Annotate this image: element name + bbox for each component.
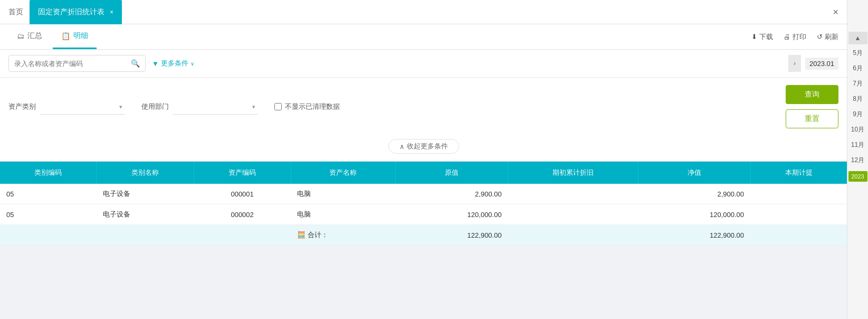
total-original-value: 122,900.00 xyxy=(396,225,508,246)
use-department-filter: 使用部门 xyxy=(141,99,257,115)
active-tab[interactable]: 固定资产折旧统计表 × xyxy=(30,0,122,24)
col-category-name: 类别名称 xyxy=(97,162,194,184)
asset-category-select-wrap xyxy=(40,99,125,115)
collapse-label: 收起更多条件 xyxy=(407,142,448,151)
toolbar-area: ⬇ 下载 🖨 打印 ↺ 刷新 xyxy=(751,32,838,42)
no-cleared-checkbox[interactable] xyxy=(274,103,282,110)
col-current-depreciation: 本期计提 xyxy=(750,162,847,184)
layers-icon: 🗂 xyxy=(17,32,24,40)
asset-category-select[interactable] xyxy=(40,99,125,115)
refresh-icon: ↺ xyxy=(817,33,823,41)
cell-current-depreciation xyxy=(750,204,847,225)
more-conditions-label: 更多条件 xyxy=(161,59,188,68)
cell-category-code: 05 xyxy=(0,184,97,204)
print-button[interactable]: 🖨 打印 xyxy=(784,32,806,42)
sub-tabs-bar: 🗂 汇总 📋 明细 ⬇ 下载 🖨 打印 ↺ 刷新 xyxy=(0,24,847,50)
tab-label: 固定资产折旧统计表 xyxy=(38,7,104,17)
table-row: 05 电子设备 000001 电脑 2,900.00 2,900.00 xyxy=(0,184,847,204)
use-department-label: 使用部门 xyxy=(141,102,169,111)
col-category-code: 类别编码 xyxy=(0,162,97,184)
col-cumulative-depreciation: 期初累计折旧 xyxy=(508,162,638,184)
sidebar-month-item[interactable]: 9月 xyxy=(848,107,867,122)
tab-summary[interactable]: 🗂 汇总 xyxy=(8,24,51,49)
use-department-select-wrap xyxy=(173,99,257,115)
query-button[interactable]: 查询 xyxy=(786,85,838,104)
reset-button[interactable]: 重置 xyxy=(786,109,838,128)
total-cumulative-depreciation xyxy=(508,225,638,246)
col-net-value: 净值 xyxy=(638,162,750,184)
total-row: 🧮合计： 122,900.00 122,900.00 xyxy=(0,225,847,246)
calculator-icon: 🧮 xyxy=(297,231,306,239)
sidebar-month-item[interactable]: 10月 xyxy=(848,122,867,137)
sidebar-up-button[interactable]: ▲ xyxy=(848,32,867,44)
no-cleared-label: 不显示已清理数据 xyxy=(285,102,340,111)
total-current-depreciation xyxy=(750,225,847,246)
chevron-up-icon: ∧ xyxy=(399,143,405,151)
total-label-cell xyxy=(0,225,291,246)
cell-category-name: 电子设备 xyxy=(97,204,194,225)
refresh-button[interactable]: ↺ 刷新 xyxy=(817,32,838,42)
more-conditions-button[interactable]: ▼ 更多条件 ∨ xyxy=(152,59,194,68)
expand-panel-button[interactable]: › xyxy=(788,55,801,72)
asset-category-filter: 资产类别 xyxy=(8,99,125,115)
print-label: 打印 xyxy=(793,32,806,42)
collapse-more-button[interactable]: ∧ 收起更多条件 xyxy=(388,139,459,154)
col-asset-name: 资产名称 xyxy=(291,162,395,184)
no-cleared-filter: 不显示已清理数据 xyxy=(274,102,340,111)
collapse-more-area: ∧ 收起更多条件 xyxy=(8,135,838,156)
tab-close-icon[interactable]: × xyxy=(110,8,113,16)
date-label: 2023.01 xyxy=(805,58,838,70)
cell-cumulative-depreciation xyxy=(508,204,638,225)
table-header-row: 类别编码 类别名称 资产编码 资产名称 原值 期初累计折旧 净值 本期计提 xyxy=(0,162,847,184)
download-icon: ⬇ xyxy=(751,33,757,41)
sidebar-month-item[interactable]: 8月 xyxy=(848,91,867,107)
search-icon: 🔍 xyxy=(131,59,140,68)
col-asset-code: 资产编码 xyxy=(194,162,291,184)
print-icon: 🖨 xyxy=(784,33,790,41)
cell-asset-name: 电脑 xyxy=(291,204,395,225)
cell-cumulative-depreciation xyxy=(508,184,638,204)
detail-icon: 📋 xyxy=(61,32,70,40)
data-table: 类别编码 类别名称 资产编码 资产名称 原值 期初累计折旧 净值 本期计提 05… xyxy=(0,162,847,246)
search-input-wrap: 🔍 xyxy=(8,55,146,72)
sidebar-month-item[interactable]: 12月 xyxy=(848,153,867,168)
top-nav: 首页 固定资产折旧统计表 × × xyxy=(0,0,847,24)
sub-tabs-left: 🗂 汇总 📋 明细 xyxy=(8,24,99,49)
sidebar-month-item[interactable]: 6月 xyxy=(848,61,867,76)
use-department-select[interactable] xyxy=(173,99,257,115)
sidebar-month-item[interactable]: 5月 xyxy=(848,45,867,61)
download-label: 下载 xyxy=(759,32,773,42)
cell-net-value: 120,000.00 xyxy=(638,204,750,225)
cell-original-value: 120,000.00 xyxy=(396,204,508,225)
search-bar: 🔍 ▼ 更多条件 ∨ › 2023.01 xyxy=(0,50,847,78)
home-tab[interactable]: 首页 xyxy=(8,7,30,17)
cell-current-depreciation xyxy=(750,184,847,204)
col-original-value: 原值 xyxy=(396,162,508,184)
tab-detail-label: 明细 xyxy=(73,31,88,41)
right-sidebar: ▲ 5月6月7月8月9月10月11月12月 2023 xyxy=(847,0,868,319)
table-row: 05 电子设备 000002 电脑 120,000.00 120,000.00 xyxy=(0,204,847,225)
filter-area: 资产类别 使用部门 不显示已清理数据 xyxy=(0,78,847,162)
tab-detail[interactable]: 📋 明细 xyxy=(53,24,97,49)
tab-summary-label: 汇总 xyxy=(27,31,42,41)
refresh-label: 刷新 xyxy=(825,32,838,42)
data-table-wrap: 类别编码 类别名称 资产编码 资产名称 原值 期初累计折旧 净值 本期计提 05… xyxy=(0,162,847,246)
cell-asset-code: 000002 xyxy=(194,204,291,225)
cell-category-name: 电子设备 xyxy=(97,184,194,204)
filter-buttons: 查询 重置 xyxy=(786,85,838,128)
cell-asset-code: 000001 xyxy=(194,184,291,204)
chevron-down-icon: ∨ xyxy=(190,61,194,67)
total-label: 🧮合计： xyxy=(291,225,395,246)
cell-original-value: 2,900.00 xyxy=(396,184,508,204)
year-badge[interactable]: 2023 xyxy=(848,171,867,182)
sidebar-month-item[interactable]: 11月 xyxy=(848,137,867,153)
sidebar-month-item[interactable]: 7月 xyxy=(848,76,867,91)
download-button[interactable]: ⬇ 下载 xyxy=(751,32,773,42)
cell-asset-name: 电脑 xyxy=(291,184,395,204)
filter-icon: ▼ xyxy=(152,60,159,68)
search-input[interactable] xyxy=(14,60,131,68)
window-close-button[interactable]: × xyxy=(833,6,838,17)
cell-net-value: 2,900.00 xyxy=(638,184,750,204)
sidebar-months: 5月6月7月8月9月10月11月12月 xyxy=(848,45,867,168)
total-net-value: 122,900.00 xyxy=(638,225,750,246)
